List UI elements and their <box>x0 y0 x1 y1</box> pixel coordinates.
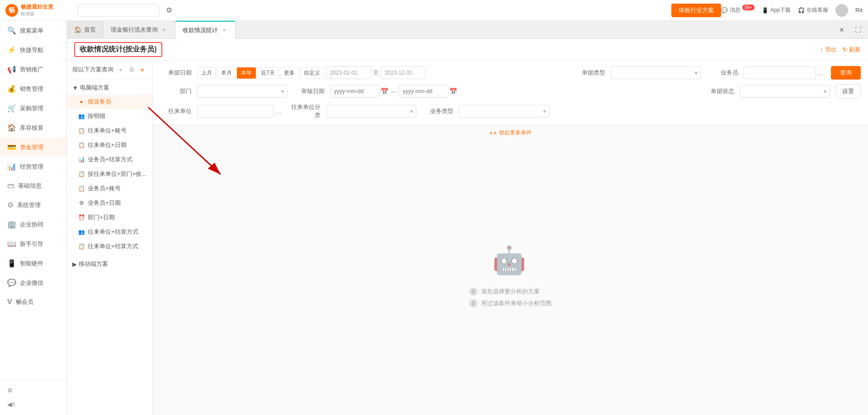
sidebar-item-purchase[interactable]: 🛒 采购管理 <box>0 99 66 118</box>
sidebar-item-sales[interactable]: 💰 销售管理 <box>0 79 66 99</box>
doc-type-select[interactable] <box>611 66 701 79</box>
tab-home[interactable]: 🏠 首页 <box>67 21 104 39</box>
marketing-icon: 📢 <box>7 65 16 74</box>
sidebar-item-corp[interactable]: 🏢 企业协同 <box>0 215 66 234</box>
scheme-item-by-detail[interactable]: 👥 按明细 <box>67 109 152 123</box>
scheme-item-unit-settle2[interactable]: 📋 往来单位+结算方式 <box>67 239 152 254</box>
sidebar-bottom-settings[interactable]: ⚙ <box>0 383 66 397</box>
review-from-calendar-icon[interactable]: 📅 <box>381 88 388 95</box>
review-from-input[interactable] <box>330 85 380 98</box>
scheme-item-salesman-account[interactable]: 📋 业务员+账号 <box>67 181 152 196</box>
partner-more-btn[interactable]: ... <box>274 107 283 115</box>
tab-collection-stats-close[interactable]: × <box>221 27 228 34</box>
refresh-button[interactable]: ↻ 刷新 <box>842 46 861 54</box>
tab-bar-expand-btn[interactable]: ⛶ <box>852 24 864 36</box>
scheme-item-unit-dept-col[interactable]: 📋 按往来单位+部门+收... <box>67 167 152 181</box>
scheme-item-salesman-settle[interactable]: 📊 业务员+结算方式 <box>67 152 152 167</box>
scheme-group-desktop-title[interactable]: ▼ 电脑端方案 <box>67 81 152 94</box>
doc-status-select[interactable] <box>740 85 830 98</box>
biz-type-select[interactable] <box>459 105 549 118</box>
sidebar-item-guide[interactable]: 📖 新手引导 <box>0 234 66 254</box>
tab-bank-flow-close[interactable]: × <box>160 26 168 33</box>
scheme-item-unit-date[interactable]: 📋 往来单位+日期 <box>67 138 152 152</box>
header-search-area: ⚙ <box>72 4 671 17</box>
doc-type-label: 单据类型 <box>574 69 605 77</box>
sidebar-label-marketing: 营销推广 <box>20 66 43 74</box>
sidebar-label-hardware: 智能硬件 <box>20 259 43 268</box>
scheme-item-by-salesman[interactable]: ● 按业务员 <box>67 94 152 109</box>
app-download-item[interactable]: 📱 App下载 <box>762 6 791 14</box>
sidebar-item-quick-nav[interactable]: ⚡ 快捷导航 <box>0 40 66 60</box>
sidebar-item-wechat[interactable]: 💬 企业微信 <box>0 273 66 292</box>
tab-collection-stats[interactable]: 收款情况统计 × <box>175 21 236 39</box>
query-row-2: 部门 ▼ 审核日期 📅 — <box>160 84 861 99</box>
date-from-input[interactable] <box>326 66 371 79</box>
scheme-item-unit-date-label: 往来单位+日期 <box>88 141 127 149</box>
date-tab-this-month[interactable]: 本月 <box>217 67 236 79</box>
scheme-item-salesman-date-icon: ⚙ <box>78 199 85 207</box>
date-tab-last7[interactable]: 近7天 <box>257 67 279 79</box>
sidebar-item-vip[interactable]: V 畅会员 <box>0 292 66 311</box>
scheme-item-unit-settle2-label: 往来单位+结算方式 <box>88 242 138 250</box>
message-item[interactable]: 💬 消息 99+ <box>721 6 755 14</box>
corp-icon: 🏢 <box>7 220 16 229</box>
partner-input[interactable] <box>197 105 274 118</box>
collapse-row[interactable]: ∧∧ 收起更多条件 <box>153 125 868 140</box>
system-icon: ⚙ <box>7 201 14 209</box>
query-button[interactable]: 查询 <box>831 66 861 80</box>
sidebar-label-quick-nav: 快捷导航 <box>20 46 43 54</box>
sidebar-item-search[interactable]: 🔍 搜索菜单 <box>0 21 66 40</box>
date-tab-last-month[interactable]: 上月 <box>197 67 216 79</box>
date-tab-this-year[interactable]: 本年 <box>237 67 256 79</box>
settings-button[interactable]: 设置 <box>835 84 861 99</box>
sidebar-item-hardware[interactable]: 📱 智能硬件 <box>0 254 66 273</box>
tab-bank-flow[interactable]: 现金银行流水查询 × <box>104 21 175 39</box>
scheme-settings-btn[interactable]: ⚙ <box>127 65 136 74</box>
scheme-item-detail-icon: 👥 <box>78 113 85 120</box>
sidebar-label-basic: 基础信息 <box>18 182 42 190</box>
export-button[interactable]: ↑ 导出 <box>821 46 837 54</box>
scheme-item-dept-date[interactable]: ⏰ 部门+日期 <box>67 210 152 225</box>
sidebar-item-basic[interactable]: 🗃 基础信息 <box>0 176 66 195</box>
date-tab-more[interactable]: 更多 <box>280 67 299 79</box>
scheme-item-unit-account[interactable]: 📋 往来单位+账号 <box>67 123 152 138</box>
salesman-input[interactable] <box>744 66 816 79</box>
scheme-collapse-btn[interactable]: « <box>138 65 147 74</box>
search-input[interactable] <box>78 4 159 17</box>
empty-tip-1: 1 请先选择要分析的方案 <box>469 288 552 296</box>
date-tab-custom[interactable]: 自定义 <box>300 67 324 79</box>
scheme-group-mobile-title[interactable]: ▶ 移动端方案 <box>67 257 152 271</box>
sidebar-item-operation[interactable]: 📊 经营管理 <box>0 157 66 176</box>
sidebar-item-finance[interactable]: 💳 资金管理 <box>0 137 66 157</box>
date-to-input[interactable] <box>381 66 426 79</box>
trial-button[interactable]: 体验行业方案 <box>671 4 721 17</box>
query-section: 单据日期 上月 本月 本年 近7天 更多 自定义 <box>153 61 868 125</box>
online-service-item[interactable]: 🎧 在线客服 <box>798 6 828 14</box>
scheme-add-btn[interactable]: + <box>116 65 125 74</box>
review-to-input[interactable] <box>399 85 448 98</box>
review-from-wrapper: 📅 <box>330 85 389 98</box>
collapse-icon: ◀II <box>7 401 15 408</box>
salesman-more-btn[interactable]: ... <box>816 69 826 77</box>
scheme-group-desktop-label: 电脑端方案 <box>80 84 109 92</box>
user-avatar[interactable] <box>835 4 848 17</box>
export-icon: ↑ <box>821 46 824 53</box>
sidebar-item-inventory[interactable]: 🏠 库存核算 <box>0 118 66 137</box>
gear-button[interactable]: ⚙ <box>163 4 175 17</box>
scheme-item-unit-settle[interactable]: 👥 往来单位+结算方式 <box>67 225 152 239</box>
sidebar-bottom-collapse[interactable]: ◀II <box>0 397 66 411</box>
chevron-right-icon: ▶ <box>72 261 77 268</box>
review-to-calendar-icon[interactable]: 📅 <box>449 88 457 95</box>
guide-icon: 📖 <box>7 240 16 248</box>
scheme-item-salesman-date[interactable]: ⚙ 业务员+日期 <box>67 196 152 210</box>
tab-bar-close-btn[interactable]: ✕ <box>835 24 848 36</box>
sidebar-label-vip: 畅会员 <box>16 298 33 306</box>
inventory-icon: 🏠 <box>7 123 16 132</box>
sidebar-item-system[interactable]: ⚙ 系统管理 <box>0 195 66 215</box>
biz-type-label: 业务类型 <box>422 107 453 115</box>
message-icon: 💬 <box>721 7 728 14</box>
sidebar-item-marketing[interactable]: 📢 营销推广 <box>0 60 66 79</box>
partner-class-select[interactable] <box>326 105 416 118</box>
sidebar-label-operation: 经营管理 <box>20 163 43 171</box>
dept-select[interactable] <box>197 85 288 98</box>
